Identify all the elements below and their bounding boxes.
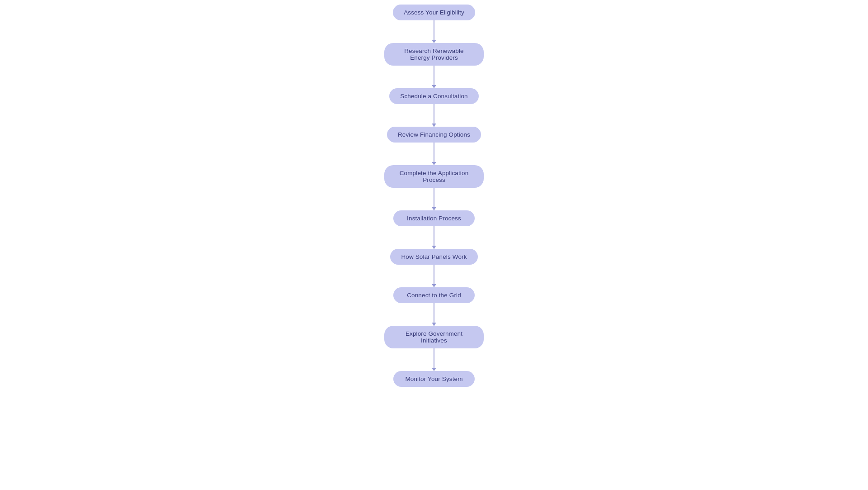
flow-node-assess-eligibility[interactable]: Assess Your Eligibility: [393, 5, 475, 20]
flow-node-review-financing[interactable]: Review Financing Options: [387, 127, 481, 143]
connector-3: [434, 143, 434, 165]
connector-8: [434, 348, 434, 371]
flow-node-explore-government[interactable]: Explore Government Initiatives: [384, 326, 484, 348]
flow-node-research-providers[interactable]: Research Renewable Energy Providers: [384, 43, 484, 66]
flow-node-how-solar-panels-work[interactable]: How Solar Panels Work: [390, 249, 477, 265]
connector-1: [434, 66, 434, 88]
connector-5: [434, 226, 434, 249]
flowchart: Assess Your EligibilityResearch Renewabl…: [384, 0, 484, 400]
connector-4: [434, 188, 434, 210]
flow-node-connect-to-grid[interactable]: Connect to the Grid: [393, 287, 475, 303]
connector-6: [434, 265, 434, 287]
connector-0: [434, 20, 434, 43]
connector-7: [434, 303, 434, 326]
flow-node-schedule-consultation[interactable]: Schedule a Consultation: [389, 88, 478, 104]
flow-node-monitor-system[interactable]: Monitor Your System: [393, 371, 475, 387]
flow-node-installation-process[interactable]: Installation Process: [393, 210, 475, 226]
connector-2: [434, 104, 434, 127]
flow-node-complete-application[interactable]: Complete the Application Process: [384, 165, 484, 188]
